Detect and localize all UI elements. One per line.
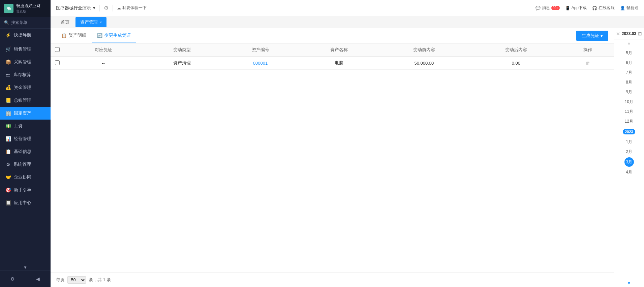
scroll-up-button[interactable]: ▲ xyxy=(614,39,644,47)
scroll-down-button[interactable]: ▼ xyxy=(614,280,644,287)
row-checkbox-cell xyxy=(51,57,64,70)
salary-icon: 💵 xyxy=(5,123,11,129)
generate-voucher-button[interactable]: 生成凭证 ▾ xyxy=(576,31,608,41)
topbar-right: 💬 消息 99+ 📱 App下载 🎧 在线客服 👤 畅捷通 xyxy=(535,5,639,11)
col-asset-code: 资产编号 xyxy=(221,43,300,57)
col-change-type: 变动类型 xyxy=(143,43,221,57)
sidebar-item-ledger[interactable]: 📒 总账管理 xyxy=(0,94,51,107)
message-icon: 💬 xyxy=(535,6,541,10)
sub-tab-asset-detail[interactable]: 📋 资产明细 xyxy=(56,29,92,42)
table-row: -- 资产清理 000001 电脑 50,000.00 0.00 🗑 xyxy=(51,57,614,70)
row-checkbox[interactable] xyxy=(55,60,60,65)
settings-gear-icon[interactable]: ⚙ xyxy=(104,5,109,11)
table-footer: 每页 50 10 20 100 条，共 1 条 xyxy=(51,273,614,287)
sidebar-item-quick-nav[interactable]: ⚡ 快捷导航 xyxy=(0,29,51,41)
change-voucher-icon: 🔄 xyxy=(97,33,102,38)
sidebar-item-system[interactable]: ⚙ 系统管理 xyxy=(0,158,51,171)
right-panel-header: ✕ 2023.03 ⊞ xyxy=(614,28,644,39)
purchase-icon: 📦 xyxy=(5,59,11,65)
sidebar: 畅 畅捷通好业财 普及版 🔍 搜索菜单 ⚡ 快捷导航 🛒 销售管理 📦 采购管理… xyxy=(0,0,51,287)
generate-dropdown-icon: ▾ xyxy=(601,33,603,38)
sidebar-item-guide[interactable]: 🎯 新手引导 xyxy=(0,184,51,196)
right-panel-expand-button[interactable]: ⊞ xyxy=(638,31,642,36)
message-button[interactable]: 💬 消息 99+ xyxy=(535,5,560,11)
table-container: 对应凭证 变动类型 资产编号 资产名称 变动前内容 变动后内容 操作 xyxy=(51,43,614,273)
page-area: 📋 资产明细 🔄 变更生成凭证 生成凭证 ▾ xyxy=(51,28,644,287)
online-service-button[interactable]: 🎧 在线客服 xyxy=(592,5,615,11)
sidebar-item-collaboration[interactable]: 🤝 企业协同 xyxy=(0,171,51,184)
app-edition: 普及版 xyxy=(16,9,40,14)
year-label: 2023.03 xyxy=(622,31,636,36)
month-item-6[interactable]: 6月 xyxy=(614,58,644,68)
month-item-1[interactable]: 1月 xyxy=(614,137,644,147)
asset-table: 对应凭证 变动类型 资产编号 资产名称 变动前内容 变动后内容 操作 xyxy=(51,43,614,70)
select-all-checkbox[interactable] xyxy=(55,47,60,52)
sidebar-item-operations[interactable]: 📊 经营管理 xyxy=(0,132,51,145)
settings-button[interactable]: ⚙ xyxy=(0,274,25,284)
tab-home[interactable]: 首页 xyxy=(56,17,74,27)
sidebar-item-inventory[interactable]: 🗃 库存核算 xyxy=(0,68,51,81)
collapse-icon: ◀ xyxy=(36,276,40,282)
sidebar-item-fixed-assets[interactable]: 🏢 固定资产 xyxy=(0,107,51,120)
month-item-12[interactable]: 12月 xyxy=(614,117,644,126)
message-badge: 99+ xyxy=(551,6,560,10)
month-item-7[interactable]: 7月 xyxy=(614,68,644,77)
sales-icon: 🛒 xyxy=(5,46,11,52)
col-voucher: 对应凭证 xyxy=(64,43,143,57)
cell-asset-code: 000001 xyxy=(221,57,300,70)
sidebar-search-area: 🔍 搜索菜单 xyxy=(0,17,51,29)
month-item-11[interactable]: 11月 xyxy=(614,107,644,117)
cell-change-type: 资产清理 xyxy=(143,57,221,70)
app-title: 畅捷通好业财 xyxy=(16,3,40,9)
year-badge: 2023 xyxy=(623,129,635,134)
page-size-select[interactable]: 50 10 20 100 xyxy=(67,276,86,284)
year-item-2023[interactable]: 2023 xyxy=(614,128,644,136)
sidebar-item-salary[interactable]: 💵 工资 xyxy=(0,120,51,132)
sidebar-item-app-center[interactable]: 🔲 应用中心 xyxy=(0,196,51,209)
month-item-9[interactable]: 9月 xyxy=(614,87,644,97)
sidebar-footer: ⚙ ◀ xyxy=(0,270,51,287)
basic-info-icon: 📋 xyxy=(5,149,11,154)
month-item-8[interactable]: 8月 xyxy=(614,77,644,87)
sidebar-item-basic-info[interactable]: 📋 基础信息 xyxy=(0,145,51,158)
experience-button[interactable]: ☁ 我要体验一下 xyxy=(117,5,147,11)
right-panel-close-button[interactable]: ✕ xyxy=(616,31,620,36)
year-section-2023: 2023 xyxy=(614,126,644,137)
main-content: 医疗器械行业演示 ▾ ⚙ ☁ 我要体验一下 💬 消息 99+ 📱 App下载 🎧… xyxy=(51,0,644,287)
inventory-icon: 🗃 xyxy=(5,72,11,77)
tab-asset-management[interactable]: 资产管理 × xyxy=(75,17,106,27)
right-panel: ✕ 2023.03 ⊞ ▲ 5月 6月 7月 8月 9月 10月 11月 12月… xyxy=(614,28,644,287)
quick-nav-icon: ⚡ xyxy=(5,32,11,38)
col-after-change: 变动后内容 xyxy=(470,43,562,57)
funds-icon: 💰 xyxy=(5,85,11,90)
sidebar-item-purchase[interactable]: 📦 采购管理 xyxy=(0,56,51,68)
company-selector[interactable]: 医疗器械行业演示 ▾ xyxy=(56,5,95,11)
app-download-button[interactable]: 📱 App下载 xyxy=(565,5,587,11)
app-logo: 畅 xyxy=(4,4,13,13)
month-item-4[interactable]: 4月 xyxy=(614,167,644,177)
sub-tab-change-voucher[interactable]: 🔄 变更生成凭证 xyxy=(92,29,136,42)
month-item-2[interactable]: 2月 xyxy=(614,147,644,157)
table-header-checkbox xyxy=(51,43,64,57)
search-menu-button[interactable]: 🔍 搜索菜单 xyxy=(4,20,47,26)
month-item-10[interactable]: 10月 xyxy=(614,97,644,107)
user-profile-button[interactable]: 👤 畅捷通 xyxy=(620,5,639,11)
system-icon: ⚙ xyxy=(5,162,11,167)
sidebar-item-sales[interactable]: 🛒 销售管理 xyxy=(0,43,51,56)
month-item-5[interactable]: 5月 xyxy=(614,48,644,58)
cell-asset-name: 电脑 xyxy=(300,57,378,70)
sub-tabs: 📋 资产明细 🔄 变更生成凭证 xyxy=(51,28,576,43)
tab-close-button[interactable]: × xyxy=(100,20,102,24)
collapse-sidebar-button[interactable]: ◀ xyxy=(25,274,51,284)
col-asset-name: 资产名称 xyxy=(300,43,378,57)
company-dropdown-icon: ▾ xyxy=(93,5,95,10)
service-icon: 🎧 xyxy=(592,6,597,10)
per-page-label: 每页 xyxy=(56,277,65,283)
settings-icon: ⚙ xyxy=(10,276,15,282)
ledger-icon: 📒 xyxy=(5,98,11,103)
sidebar-scroll-down[interactable]: ▼ xyxy=(23,265,27,270)
month-item-3-current[interactable]: 3月 xyxy=(624,157,634,167)
sidebar-item-funds[interactable]: 💰 资金管理 xyxy=(0,81,51,94)
delete-button[interactable]: 🗑 xyxy=(585,60,590,66)
content-panel: 📋 资产明细 🔄 变更生成凭证 生成凭证 ▾ xyxy=(51,28,614,287)
